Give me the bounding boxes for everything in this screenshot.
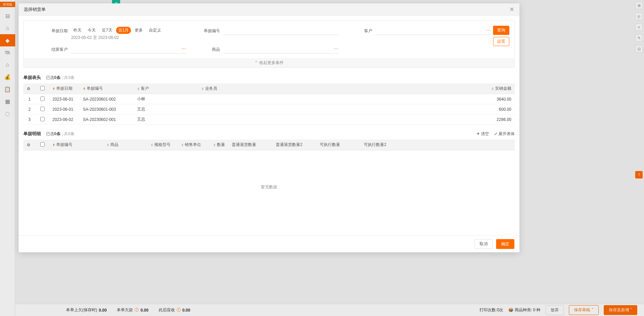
row-docno: SA-20230602-001: [80, 114, 134, 125]
cancel-button[interactable]: 取消: [474, 239, 493, 249]
dcol-spec[interactable]: 规格型号: [154, 142, 171, 147]
dcol-unit[interactable]: 销售单位: [185, 142, 201, 147]
dcol-return2[interactable]: 普通退货数量2: [276, 142, 303, 147]
col-docno[interactable]: 单据编号: [87, 86, 103, 91]
row-docno: SA-20230601-002: [80, 94, 134, 104]
row-date: 2023-06-02: [49, 114, 80, 125]
header-table-wrap: ⚙ ▲▼单据日期 ▲▼单据编号 ▲▼客户 ▲▼业务员 ▲▼实销金额 12023-…: [23, 83, 515, 125]
row-checkbox[interactable]: [40, 97, 45, 101]
customer-lookup-icon[interactable]: ⋯: [486, 27, 491, 33]
filter-date: 单据日期 昨天今天近7天近1月更多自定义 2023-05-02 至 2023-0…: [37, 27, 186, 41]
date-chip[interactable]: 近1月: [116, 27, 131, 34]
doc-no-input[interactable]: [223, 27, 338, 35]
filter-doc-no: 单据编号: [190, 27, 338, 41]
row-salesperson: [198, 94, 481, 104]
date-label: 单据日期: [37, 27, 71, 34]
product-input[interactable]: [223, 45, 338, 54]
close-icon[interactable]: ✕: [509, 6, 514, 13]
row-salesperson: [198, 104, 481, 114]
settings-button[interactable]: 设置: [493, 37, 509, 46]
detail-section-bar: 单据明细 已选0条 |共0条 ✈ 清空 ⤢ 展开表体: [23, 131, 515, 137]
row-date: 2023-06-01: [49, 94, 80, 104]
row-date: 2023-06-01: [49, 104, 80, 114]
row-amount: 3640.00: [481, 94, 515, 104]
header-section-title: 单据表头: [23, 75, 41, 81]
confirm-button[interactable]: 确定: [496, 239, 514, 249]
col-amount[interactable]: 实销金额: [495, 86, 511, 91]
dcol-return[interactable]: 普通退货数量: [232, 142, 256, 147]
gear-icon[interactable]: ⚙: [27, 143, 30, 147]
row-amount: 600.00: [481, 104, 515, 114]
gear-icon[interactable]: ⚙: [27, 86, 30, 91]
horizontal-scrollbar[interactable]: [23, 224, 515, 229]
row-salesperson: [198, 114, 481, 125]
header-selection-summary: 已选0条 |共3条: [46, 75, 74, 81]
modal-footer: 取消 确定: [19, 235, 519, 252]
collapse-filters-bar[interactable]: ⌃ 收起更多条件: [24, 58, 514, 67]
row-customer: 王总: [134, 114, 198, 125]
filter-panel: 单据日期 昨天今天近7天近1月更多自定义 2023-05-02 至 2023-0…: [23, 20, 515, 68]
row-checkbox[interactable]: [40, 117, 45, 121]
dcol-qty[interactable]: 数量: [217, 142, 225, 147]
select-all-detail-checkbox[interactable]: [40, 142, 45, 147]
row-customer: 小林: [134, 94, 198, 104]
dcol-docno[interactable]: 单据编号: [56, 142, 72, 147]
customer-input[interactable]: [376, 27, 491, 35]
product-label: 商品: [190, 45, 223, 52]
detail-section-title: 单据明细: [23, 131, 41, 137]
row-index: 1: [23, 94, 36, 104]
dcol-product[interactable]: 商品: [110, 142, 118, 147]
settle-customer-label: 结算客户: [37, 45, 71, 52]
filter-product: 商品 ⋯: [190, 45, 338, 54]
doc-no-label: 单据编号: [190, 27, 223, 34]
date-range-display: 2023-05-02 至 2023-06-02: [71, 35, 186, 41]
header-section-bar: 单据表头 已选0条 |共3条: [23, 75, 515, 81]
detail-selection-summary: 已选0条 |共0条: [46, 131, 74, 137]
filter-settle-customer: 结算客户 ⋯: [37, 45, 186, 54]
date-chip[interactable]: 自定义: [147, 27, 163, 34]
date-chip[interactable]: 今天: [85, 27, 98, 34]
date-chip[interactable]: 昨天: [71, 27, 84, 34]
table-row[interactable]: 32023-06-02SA-20230602-001王总2286.00: [23, 114, 515, 125]
dcol-exec[interactable]: 可执行数量: [320, 142, 340, 147]
query-button[interactable]: 查询: [493, 26, 509, 35]
row-customer: 王总: [134, 104, 198, 114]
row-index: 3: [23, 114, 36, 125]
dcol-exec2[interactable]: 可执行数量2: [364, 142, 386, 147]
col-customer[interactable]: 客户: [141, 86, 149, 91]
product-lookup-icon[interactable]: ⋯: [334, 46, 338, 51]
row-checkbox[interactable]: [40, 107, 45, 111]
header-table: ⚙ ▲▼单据日期 ▲▼单据编号 ▲▼客户 ▲▼业务员 ▲▼实销金额 12023-…: [23, 83, 515, 125]
select-sales-order-modal: 选择销货单 ✕ 单据日期 昨天今天近7天近1月更多自定义 2023-05-02 …: [19, 3, 519, 252]
row-amount: 2286.00: [481, 114, 515, 125]
settle-customer-lookup-icon[interactable]: ⋯: [181, 46, 186, 51]
detail-table: ⚙ ▲▼单据编号 ▲▼商品 ▲▼规格型号 ▲▼销售单位 ▲▼数量 普通退货数量 …: [23, 140, 515, 150]
table-row[interactable]: 22023-06-01SA-20230601-003王总600.00: [23, 104, 515, 114]
settle-customer-input[interactable]: [71, 45, 186, 54]
table-row[interactable]: 12023-06-01SA-20230601-002小林3640.00: [23, 94, 515, 104]
date-chip[interactable]: 近7天: [99, 27, 115, 34]
empty-message: 暂无数据: [23, 150, 515, 224]
clear-button[interactable]: ✈ 清空: [476, 131, 489, 137]
expand-body-button[interactable]: ⤢ 展开表体: [494, 131, 515, 137]
row-index: 2: [23, 104, 36, 114]
filter-customer: 客户 ⋯: [342, 27, 491, 41]
date-chip[interactable]: 更多: [132, 27, 145, 34]
modal-header: 选择销货单 ✕: [19, 3, 519, 16]
select-all-header-checkbox[interactable]: [40, 86, 45, 90]
col-date[interactable]: 单据日期: [56, 86, 72, 91]
row-docno: SA-20230601-003: [80, 104, 134, 114]
customer-label: 客户: [342, 27, 376, 34]
modal-title: 选择销货单: [24, 6, 46, 13]
col-salesperson[interactable]: 业务员: [205, 86, 217, 91]
